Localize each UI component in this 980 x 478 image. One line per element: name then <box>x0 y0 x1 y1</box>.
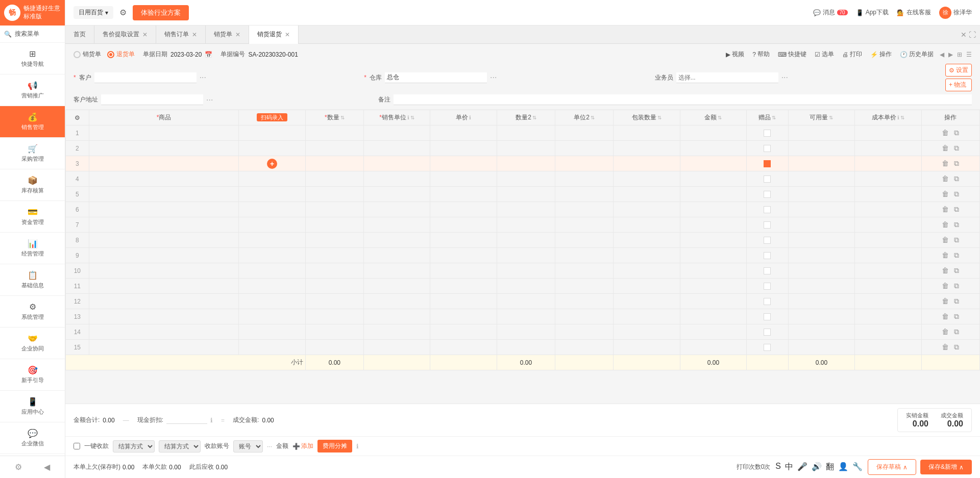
app-download-btn[interactable]: 📱 App下载 <box>856 8 889 17</box>
window-expand-icon[interactable]: ⛶ <box>969 31 976 39</box>
gift-checkbox-15[interactable] <box>764 344 771 351</box>
cost-cell-13[interactable] <box>855 309 921 324</box>
pack-cell-4[interactable] <box>614 171 680 187</box>
gift-checkbox-1[interactable] <box>764 130 771 137</box>
price-cell-12[interactable] <box>430 294 497 309</box>
price-cell-1[interactable] <box>430 125 497 141</box>
available-cell-11[interactable] <box>788 279 854 294</box>
pack-cell-7[interactable] <box>614 217 680 233</box>
copy-row-btn-5[interactable]: ⧉ <box>952 189 961 199</box>
unit-cell-10[interactable] <box>363 263 430 279</box>
sidebar-item-enterprise[interactable]: 🤝企业协同 <box>0 328 65 359</box>
tab-sales-delivery[interactable]: 销货单✕ <box>206 26 249 44</box>
sidebar-item-sales[interactable]: 💰销售管理 <box>0 106 65 138</box>
cost-cell-14[interactable] <box>855 324 921 340</box>
module-selector[interactable]: 日用百货 ▾ <box>74 6 113 19</box>
amount-cell-6[interactable] <box>680 202 746 217</box>
gift-checkbox-11[interactable] <box>764 283 771 290</box>
unit2-cell-11[interactable] <box>555 279 614 294</box>
amount-cell-15[interactable] <box>680 340 746 355</box>
qty-cell-2[interactable] <box>305 141 363 156</box>
price-cell-13[interactable] <box>430 309 497 324</box>
delete-row-btn-14[interactable]: 🗑 <box>940 327 950 337</box>
qty2-cell-13[interactable] <box>497 309 555 324</box>
delete-row-btn-3[interactable]: 🗑 <box>940 159 950 168</box>
product-cell-5[interactable] <box>89 187 239 202</box>
qty-cell-6[interactable] <box>305 202 363 217</box>
tool-icon[interactable]: 🔧 <box>851 461 864 473</box>
radio-delivery[interactable]: 销货单 <box>74 50 101 59</box>
unit2-cell-7[interactable] <box>555 217 614 233</box>
unit-cell-8[interactable] <box>363 233 430 248</box>
product-cell-1[interactable] <box>89 125 239 141</box>
sidebar-item-operation[interactable]: 📊经营管理 <box>0 233 65 264</box>
delete-row-btn-2[interactable]: 🗑 <box>940 143 950 153</box>
product-cell-6[interactable] <box>89 202 239 217</box>
amount-cell-7[interactable] <box>680 217 746 233</box>
delete-row-btn-7[interactable]: 🗑 <box>940 220 950 230</box>
sidebar-item-inventory[interactable]: 📦库存核算 <box>0 169 65 201</box>
pack-cell-2[interactable] <box>614 141 680 156</box>
qty-cell-13[interactable] <box>305 309 363 324</box>
product-cell-14[interactable] <box>89 324 239 340</box>
delete-row-btn-15[interactable]: 🗑 <box>940 342 950 352</box>
amount-cell-12[interactable] <box>680 294 746 309</box>
mic-icon[interactable]: 🎤 <box>796 461 808 473</box>
available-cell-10[interactable] <box>788 263 854 279</box>
cost-cell-5[interactable] <box>855 187 921 202</box>
qty2-cell-3[interactable] <box>497 156 555 171</box>
qty-cell-15[interactable] <box>305 340 363 355</box>
view-grid-icon[interactable]: ⊞ <box>957 51 962 58</box>
delete-row-btn-12[interactable]: 🗑 <box>940 296 950 306</box>
settings-btn[interactable]: ⚙ 设置 <box>945 64 972 77</box>
gift-cell-14[interactable] <box>747 324 789 340</box>
person-icon[interactable]: 👤 <box>837 461 849 473</box>
tab-sales-order[interactable]: 销售订单✕ <box>156 26 206 44</box>
unit2-cell-1[interactable] <box>555 125 614 141</box>
qty-cell-1[interactable] <box>305 125 363 141</box>
select-btn[interactable]: ☑ 选单 <box>813 49 836 60</box>
pack-cell-3[interactable] <box>614 156 680 171</box>
price-cell-9[interactable] <box>430 248 497 263</box>
history-btn[interactable]: 🕐 历史单据 <box>898 49 936 60</box>
calc-method-select[interactable]: 结算方式 <box>113 440 155 452</box>
qty2-cell-1[interactable] <box>497 125 555 141</box>
qty-cell-10[interactable] <box>305 263 363 279</box>
price-cell-15[interactable] <box>430 340 497 355</box>
qty2-cell-7[interactable] <box>497 217 555 233</box>
cost-cell-8[interactable] <box>855 233 921 248</box>
unit-cell-15[interactable] <box>363 340 430 355</box>
gift-checkbox-7[interactable] <box>764 221 771 229</box>
cost-cell-7[interactable] <box>855 217 921 233</box>
product-cell-4[interactable] <box>89 171 239 187</box>
price-cell-10[interactable] <box>430 263 497 279</box>
product-cell-9[interactable] <box>89 248 239 263</box>
unit2-cell-8[interactable] <box>555 233 614 248</box>
qty-cell-8[interactable] <box>305 233 363 248</box>
save-draft-btn[interactable]: 保存草稿 ∧ <box>868 459 916 475</box>
price-cell-4[interactable] <box>430 171 497 187</box>
gift-cell-6[interactable] <box>747 202 789 217</box>
unit-cell-1[interactable] <box>363 125 430 141</box>
gift-checkbox-3[interactable] <box>764 160 771 167</box>
sidebar-item-basic[interactable]: 📋基础信息 <box>0 264 65 296</box>
copy-row-btn-14[interactable]: ⧉ <box>952 327 961 337</box>
copy-row-btn-10[interactable]: ⧉ <box>952 266 961 275</box>
one-click-checkbox[interactable] <box>74 443 80 449</box>
available-cell-8[interactable] <box>788 233 854 248</box>
unit2-cell-14[interactable] <box>555 324 614 340</box>
cost-cell-10[interactable] <box>855 263 921 279</box>
product-cell-10[interactable] <box>89 263 239 279</box>
col-gear[interactable]: ⚙ <box>66 110 89 125</box>
delete-row-btn-5[interactable]: 🗑 <box>940 189 950 199</box>
user-menu[interactable]: 徐 徐泽华 <box>939 7 972 19</box>
cost-cell-2[interactable] <box>855 141 921 156</box>
unit2-cell-12[interactable] <box>555 294 614 309</box>
copy-row-btn-9[interactable]: ⧉ <box>952 250 961 260</box>
window-close-icon[interactable]: ✕ <box>961 31 967 39</box>
unit-cell-4[interactable] <box>363 171 430 187</box>
qty2-cell-9[interactable] <box>497 248 555 263</box>
collapse-icon[interactable]: ◀ <box>42 460 52 474</box>
gift-cell-9[interactable] <box>747 248 789 263</box>
gift-checkbox-6[interactable] <box>764 206 771 213</box>
